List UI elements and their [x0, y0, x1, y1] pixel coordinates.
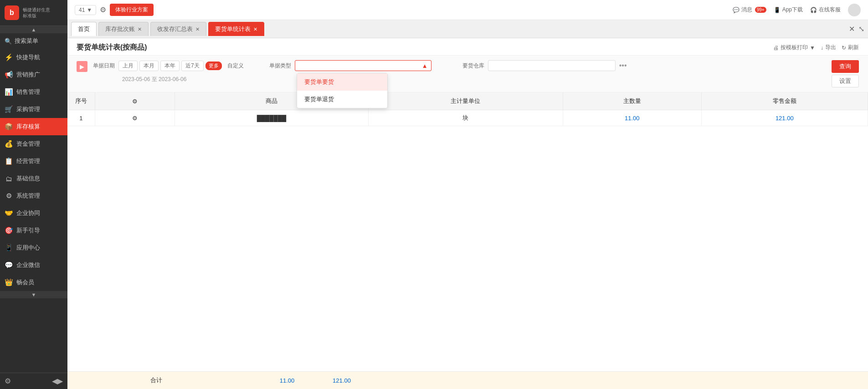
sidebar-bottom: ⚙ ◀▶	[0, 373, 67, 389]
sidebar-label-base: 基础信息	[16, 174, 40, 183]
this-year-btn[interactable]: 本年	[160, 61, 180, 71]
sidebar-label-purchase: 采购管理	[16, 105, 40, 113]
settings-icon[interactable]: ⚙	[5, 377, 11, 385]
sidebar-label-member: 畅会员	[16, 278, 34, 287]
service-label: 在线客服	[819, 6, 841, 14]
org-name: 41	[79, 7, 85, 13]
sidebar-item-purchase[interactable]: 🛒 采购管理	[0, 101, 67, 118]
sidebar-item-marketing[interactable]: 📢 营销推广	[0, 66, 67, 83]
sidebar-icon-appstore: 📱	[5, 244, 13, 252]
app-icon: 📱	[774, 7, 781, 13]
app-name: 畅捷通好生意	[23, 7, 50, 13]
tab-close-request-summary[interactable]: ✕	[253, 26, 257, 32]
collapse-icon[interactable]: ◀▶	[52, 377, 63, 385]
query-btn[interactable]: 查询	[832, 60, 859, 73]
sidebar-search[interactable]: 🔍 搜索菜单	[0, 33, 67, 49]
sidebar-label-quick-nav: 快捷导航	[16, 53, 40, 61]
last-month-btn[interactable]: 上月	[118, 61, 138, 71]
footer-amount: 121.00	[314, 377, 369, 384]
service-icon: 🎧	[810, 7, 817, 13]
sidebar-label-operations: 经营管理	[16, 157, 40, 165]
message-label: 消息	[741, 6, 752, 14]
sidebar-scroll-down[interactable]: ▼	[0, 291, 67, 298]
sidebar-label-system: 系统管理	[16, 192, 40, 200]
warehouse-more-icon[interactable]: •••	[619, 61, 627, 70]
export-label: 导出	[825, 44, 836, 51]
sidebar-icon-purchase: 🛒	[5, 105, 13, 113]
cell-qty: 11.00	[563, 110, 701, 126]
tab-close-batch-stock[interactable]: ✕	[138, 26, 142, 32]
warehouse-input[interactable]	[488, 60, 616, 71]
filter-row-date: 单据日期 上月 本月 本年 近7天 更多 自定义 单据类型 ▲	[93, 60, 627, 71]
tab-close-delivery-summary[interactable]: ✕	[195, 26, 200, 32]
dropdown-item-request-order[interactable]: 要货单要货	[297, 73, 387, 91]
sidebar-item-quick-nav[interactable]: ⚡ 快捷导航	[0, 49, 67, 66]
refresh-btn[interactable]: ↻ 刷新	[842, 44, 859, 51]
export-btn[interactable]: ↓ 导出	[821, 44, 836, 51]
sidebar-label-appstore: 应用中心	[16, 244, 40, 252]
message-btn[interactable]: 💬 消息 99+	[733, 6, 766, 14]
sidebar-icon-finance: 💰	[5, 140, 13, 148]
this-month-btn[interactable]: 本月	[139, 61, 159, 71]
print-btn[interactable]: 🖨 按模板打印 ▼	[773, 44, 815, 51]
refresh-label: 刷新	[848, 44, 859, 51]
topbar-settings-icon[interactable]: ⚙	[100, 5, 106, 14]
tab-label-home: 首页	[78, 25, 90, 33]
warehouse-filter-label: 要货仓库	[462, 62, 484, 70]
close-window-icon[interactable]: ✕	[849, 25, 855, 33]
date-buttons: 上月 本月 本年 近7天 更多 自定义	[118, 61, 247, 71]
tab-home[interactable]: 首页	[71, 22, 97, 36]
last-7days-btn[interactable]: 近7天	[181, 61, 204, 71]
cell-settings[interactable]: ⚙	[95, 110, 175, 126]
sidebar-icon-sales: 📊	[5, 88, 13, 96]
tab-delivery-summary[interactable]: 收发存汇总表✕	[150, 22, 206, 36]
sidebar-item-sales[interactable]: 📊 销售管理	[0, 83, 67, 101]
sidebar-icon-marketing: 📢	[5, 71, 13, 79]
sidebar-item-system[interactable]: ⚙ 系统管理	[0, 187, 67, 205]
message-badge: 99+	[755, 7, 766, 13]
search-icon: 🔍	[5, 38, 12, 45]
sidebar-item-finance[interactable]: 💰 资金管理	[0, 135, 67, 153]
sidebar-logo[interactable]: b 畅捷通好生意 标准版	[0, 0, 67, 26]
tab-batch-stock[interactable]: 库存批次账✕	[98, 22, 149, 36]
table-footer: 合计 11.00 121.00	[67, 371, 868, 389]
tab-request-summary[interactable]: 要货单统计表✕	[208, 22, 264, 36]
settings-btn[interactable]: 设置	[832, 75, 859, 87]
filter-expand-btn[interactable]: ▶	[77, 61, 87, 72]
type-dropdown: 要货单要货要货单退货	[297, 73, 388, 108]
custom-date-btn[interactable]: 自定义	[224, 61, 247, 71]
type-select-input[interactable]	[295, 60, 431, 71]
sidebar-icon-base: 🗂	[5, 174, 13, 183]
tab-label-batch-stock: 库存批次账	[105, 25, 135, 33]
col-header-amount: 零售金额	[701, 92, 868, 110]
service-btn[interactable]: 🎧 在线客服	[810, 6, 841, 14]
print-label: 按模板打印	[781, 44, 808, 51]
print-chevron-icon: ▼	[810, 45, 815, 51]
main-area: 41 ▼ ⚙ 体验行业方案 💬 消息 99+ 📱 App下载 🎧 在线客服	[67, 0, 868, 389]
app-download-btn[interactable]: 📱 App下载	[774, 6, 803, 14]
sidebar-icon-enterprise: 🤝	[5, 209, 13, 217]
export-icon: ↓	[821, 45, 823, 51]
sidebar-item-inventory[interactable]: 📦 库存核算	[0, 118, 67, 135]
org-selector[interactable]: 41 ▼	[75, 5, 96, 15]
user-avatar[interactable]	[848, 4, 861, 16]
more-dates-btn[interactable]: 更多	[205, 61, 222, 70]
dropdown-item-request-return[interactable]: 要货单退货	[297, 91, 387, 108]
sidebar-item-operations[interactable]: 📋 经营管理	[0, 153, 67, 170]
sidebar-item-wechat[interactable]: 💬 企业微信	[0, 256, 67, 274]
date-filter-label: 单据日期	[93, 62, 115, 70]
app-logo-icon: b	[5, 5, 19, 20]
sidebar-item-member[interactable]: 👑 畅会员	[0, 274, 67, 291]
trial-btn[interactable]: 体验行业方案	[110, 4, 154, 16]
table-header: 序号⚙商品主计量单位主数量零售金额	[67, 92, 868, 110]
col-header-settings: ⚙	[95, 92, 175, 110]
sidebar-item-guide[interactable]: 🎯 新手引导	[0, 222, 67, 239]
maximize-window-icon[interactable]: ⤡	[858, 25, 864, 33]
filter-actions: 查询 设置	[832, 60, 859, 87]
sidebar-item-base[interactable]: 🗂 基础信息	[0, 170, 67, 187]
sidebar-item-appstore[interactable]: 📱 应用中心	[0, 239, 67, 256]
filter-bar: ▶ 单据日期 上月 本月 本年 近7天 更多 自定义 单据类型	[67, 56, 868, 92]
sidebar-scroll-up[interactable]: ▲	[0, 26, 67, 33]
table-wrap: 序号⚙商品主计量单位主数量零售金额 1⚙███████块11.00121.00	[67, 92, 868, 371]
sidebar-item-enterprise[interactable]: 🤝 企业协同	[0, 205, 67, 222]
